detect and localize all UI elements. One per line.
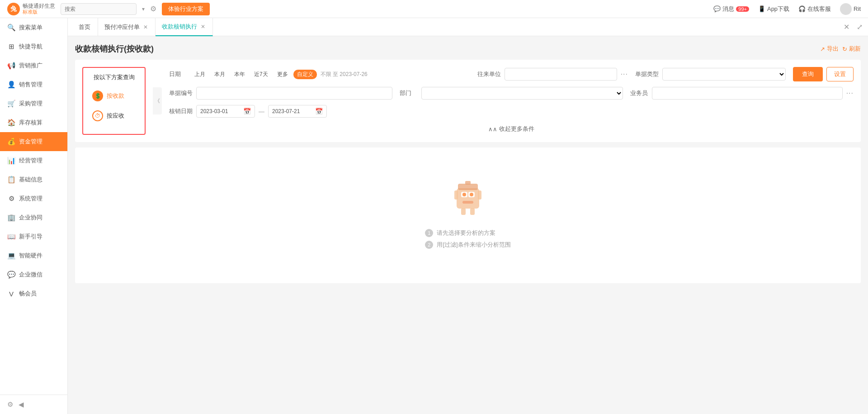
counterparty-input[interactable] [505,68,617,81]
chart-icon: 📊 [7,157,15,165]
search-input[interactable] [61,3,137,15]
sidebar-item-wechat-biz[interactable]: 💬 企业微信 [0,265,67,284]
export-button[interactable]: ↗ 导出 [820,45,839,53]
tab-bar-right: ✕ ⤢ [842,21,864,33]
online-service-button[interactable]: 🎧 在线客服 [798,5,831,13]
sidebar-item-marketing[interactable]: 📢 营销推广 [0,56,67,75]
tab-prepay-offset[interactable]: 预付冲应付单 ✕ [98,18,156,36]
date-more[interactable]: 更多 [274,70,292,79]
svg-point-4 [470,193,473,196]
username-label: Rit [854,5,861,12]
date-last-7-days[interactable]: 近7天 [250,70,272,79]
department-filter-item: 部门 [400,87,623,100]
svg-rect-8 [461,208,466,215]
date-this-month[interactable]: 本月 [211,70,229,79]
doc-no-input[interactable] [196,87,392,100]
building-icon: 🏢 [7,214,15,222]
sidebar-item-enterprise[interactable]: 🏢 企业协同 [0,208,67,227]
tab-receipt-offset[interactable]: 收款核销执行 ✕ [156,18,213,36]
close-prepay-tab-icon[interactable]: ✕ [142,23,149,31]
svg-rect-10 [458,184,478,190]
salesperson-input[interactable] [652,87,843,100]
counterparty-filter-item: 往来单位 ··· [477,68,628,81]
close-receipt-tab-icon[interactable]: ✕ [200,23,206,31]
message-button[interactable]: 💬 消息 99+ [713,5,749,13]
settings-button[interactable]: 设置 [826,67,854,81]
layout: 🔍 搜索菜单 ⊞ 快捷导航 📢 营销推广 👤 销售管理 🛒 采购管理 🏠 库存核… [0,18,868,414]
date-label: 日期 [169,70,187,78]
empty-tip-1: 1 请先选择要分析的方案 [425,229,510,237]
query-option-by-receipt[interactable]: 💲 按收款 [89,87,139,105]
counterparty-dots[interactable]: ··· [621,70,628,78]
maximize-tab-bar-icon[interactable]: ⤢ [855,21,864,33]
query-selector-title: 按以下方案查询 [89,73,139,81]
offset-date-end-input[interactable]: 2023-07-21 📅 [268,105,327,118]
salesperson-filter-item: 业务员 ··· [630,87,854,100]
doc-type-select[interactable] [662,68,786,81]
sidebar-item-search-menu[interactable]: 🔍 搜索菜单 [0,18,67,37]
offset-date-label: 核销日期 [169,107,193,115]
sidebar-item-system[interactable]: ⚙ 系统管理 [0,189,67,208]
app-name: 畅捷通好生意 标准版 [23,3,55,15]
page-title-bar: 收款核销执行(按收款) ↗ 导出 ↻ 刷新 [75,43,861,54]
date-custom[interactable]: 自定义 [293,70,317,79]
department-select[interactable] [421,87,623,100]
message-icon: 💬 [713,5,721,12]
close-tab-bar-icon[interactable]: ✕ [842,21,851,33]
settings-bottom-icon[interactable]: ⚙ [7,400,13,409]
solution-button[interactable]: 体验行业方案 [162,3,210,15]
date-filter-item: 日期 上月 本月 本年 近7天 更多 自定义 不限 至 2023-07-26 [169,70,470,79]
empty-illustration [445,175,491,220]
cart-icon: 🛒 [7,100,15,108]
receipt-option-icon: 💲 [92,90,103,101]
sidebar-item-purchase[interactable]: 🛒 采购管理 [0,94,67,113]
salesperson-dots[interactable]: ··· [846,89,854,97]
sidebar-item-vip[interactable]: V 畅会员 [0,284,67,303]
app-download-button[interactable]: 📱 App下载 [758,5,789,13]
collapse-panel-button[interactable]: 《 [153,87,162,114]
offset-date-start-input[interactable]: 2023-03-01 📅 [196,105,255,118]
date-last-month[interactable]: 上月 [191,70,209,79]
user-area[interactable]: Rit [840,3,861,15]
calendar-start-icon: 📅 [243,108,251,115]
svg-rect-5 [462,201,473,204]
query-option-by-receivable[interactable]: ⏱ 按应收 [89,107,139,125]
collapse-more-button[interactable]: ∧∧ 收起更多条件 [169,123,854,135]
sidebar-item-smart-hw[interactable]: 💻 智能硬件 [0,246,67,265]
tab-home[interactable]: 首页 [71,18,98,36]
empty-tip-2: 2 用[过滤]条件来缩小分析范围 [425,241,510,249]
headset-icon: 🎧 [798,5,806,12]
top-bar: 兔 畅捷通好生意 标准版 ▾ ⚙ 体验行业方案 💬 消息 99+ 📱 App下载… [0,0,868,18]
sidebar-bottom: ⚙ ◀ [0,395,67,414]
salesperson-label: 业务员 [630,89,648,97]
sidebar-item-quick-nav[interactable]: ⊞ 快捷导航 [0,37,67,56]
svg-rect-9 [470,208,475,215]
refresh-button[interactable]: ↻ 刷新 [842,45,861,53]
system-icon: ⚙ [7,195,15,203]
content-card: 1 请先选择要分析的方案 2 用[过滤]条件来缩小分析范围 [75,148,861,283]
sidebar-item-sales[interactable]: 👤 销售管理 [0,75,67,94]
message-badge: 99+ [736,6,749,12]
collapse-sidebar-icon[interactable]: ◀ [19,400,24,409]
vip-icon: V [7,290,15,298]
filter-row-3: 核销日期 2023-03-01 📅 — 2023-07-21 📅 [169,105,854,118]
query-button[interactable]: 查询 [793,67,823,81]
gear-icon[interactable]: ⚙ [150,5,156,13]
svg-rect-6 [454,190,458,200]
date-this-year[interactable]: 本年 [231,70,249,79]
empty-tips: 1 请先选择要分析的方案 2 用[过滤]条件来缩小分析范围 [425,229,510,249]
sidebar-item-inventory[interactable]: 🏠 库存核算 [0,113,67,132]
main-content: 首页 预付冲应付单 ✕ 收款核销执行 ✕ ✕ ⤢ 收款核销执行(按收款) ↗ [68,18,868,414]
action-row: 查询 设置 [793,67,854,81]
sidebar-item-basic-info[interactable]: 📋 基础信息 [0,170,67,189]
sidebar: 🔍 搜索菜单 ⊞ 快捷导航 📢 营销推广 👤 销售管理 🛒 采购管理 🏠 库存核… [0,18,68,414]
clipboard-icon: 📋 [7,176,15,184]
sidebar-item-beginner[interactable]: 📖 新手引导 [0,227,67,246]
sidebar-item-capital[interactable]: 💰 资金管理 [0,132,67,151]
app-download-icon: 📱 [758,5,765,12]
chevron-down-icon[interactable]: ▾ [142,6,145,12]
page-area: 收款核销执行(按收款) ↗ 导出 ↻ 刷新 按以下方案查询 [68,36,868,414]
sidebar-item-operations[interactable]: 📊 经营管理 [0,151,67,170]
filter-row-2: 单据编号 部门 业务员 ··· [169,87,854,100]
book-icon: 📖 [7,233,15,241]
